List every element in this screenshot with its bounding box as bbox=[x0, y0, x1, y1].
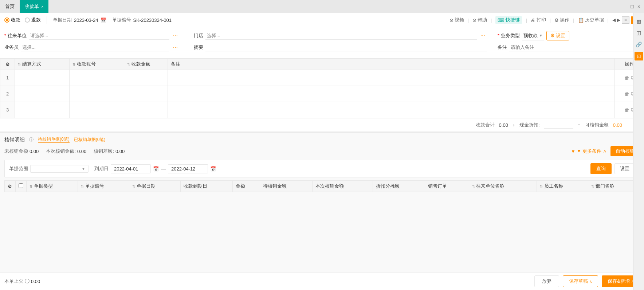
close-icon[interactable]: × bbox=[637, 4, 640, 9]
help-action[interactable]: ⊙ 帮助 bbox=[472, 17, 487, 23]
col-remark-label: 备注 bbox=[171, 61, 180, 67]
summary-input[interactable] bbox=[205, 43, 487, 51]
maximize-icon[interactable]: □ bbox=[631, 4, 633, 9]
wt-date-th: ⇅ 单据日期 bbox=[129, 181, 180, 192]
col-account-th: ⇅ 收款账号 bbox=[70, 59, 124, 70]
wt-sales-order-label: 销售订单 bbox=[428, 183, 447, 189]
sidebar-icon-3[interactable]: 🔗 bbox=[635, 40, 643, 49]
shop-more-icon[interactable]: ··· bbox=[479, 32, 487, 39]
wt-current-label: 本次核销金额 bbox=[315, 183, 344, 189]
writeoff-info-icon[interactable]: ⓘ bbox=[29, 137, 34, 143]
col-remark-th: 备注 bbox=[168, 59, 615, 70]
wt-gear-th[interactable]: ⚙ bbox=[5, 181, 16, 192]
more-filter-btn[interactable]: ▼ ▼ 更多条件 ∧ bbox=[571, 148, 607, 154]
radio-receipt[interactable]: 收款 bbox=[4, 17, 20, 23]
filter-icon: ▼ bbox=[571, 149, 576, 154]
writeoff-done-tab[interactable]: 已核销单据(0笔) bbox=[74, 137, 106, 143]
date-from-input[interactable] bbox=[111, 164, 151, 173]
receipt-table-section: ⚙ ⇅ 结算方式 ⇅ 收款账号 ⇅ 收款金额 备注 bbox=[0, 58, 644, 132]
discount-input[interactable] bbox=[544, 121, 573, 129]
current-stat: 本次核销金额: 0.00 bbox=[46, 148, 86, 154]
history-action[interactable]: 📋 历史单据 bbox=[578, 17, 604, 23]
shop-input[interactable] bbox=[205, 32, 477, 40]
business-type-label: 业务类型 bbox=[498, 32, 520, 39]
local-info-icon[interactable]: ⓘ bbox=[25, 278, 30, 285]
settings-button[interactable]: ⚙ 设置 bbox=[546, 31, 569, 40]
save-draft-btn[interactable]: 保存草稿 ∧ bbox=[563, 275, 598, 287]
account-cell-2[interactable] bbox=[70, 86, 124, 102]
wt-discount-th: 折扣分摊额 bbox=[373, 181, 425, 192]
current-label: 本次核销金额: bbox=[46, 148, 76, 154]
amount-cell-2[interactable] bbox=[124, 86, 168, 102]
business-type-select[interactable]: 预收款 ▼ bbox=[522, 31, 544, 40]
help-label: 帮助 bbox=[478, 17, 487, 23]
form-row-1: 往来单位 ··· 门店 ··· 业务类型 预收款 ▼ ⚙ 设置 bbox=[4, 31, 640, 40]
video-action[interactable]: ⊙ 视频 bbox=[449, 17, 464, 23]
remark-cell-3[interactable] bbox=[168, 102, 615, 118]
diff-stat: 核销差额: 0.00 bbox=[94, 148, 125, 154]
col-amount-th: ⇅ 收款金额 bbox=[124, 59, 168, 70]
bottom-bar: 本单上欠 ⓘ 0.00 放弃 保存草稿 ∧ 保存&新增 ∧ bbox=[0, 272, 644, 290]
nav-left[interactable]: ◀ bbox=[612, 16, 616, 24]
writeoff-pending-tab[interactable]: 待核销单据(0笔) bbox=[38, 136, 70, 143]
tab-home[interactable]: 首页 bbox=[0, 0, 20, 13]
tab-close-icon[interactable]: × bbox=[41, 4, 43, 9]
sidebar-icon-1[interactable]: ▦ bbox=[635, 17, 643, 26]
remark-input[interactable] bbox=[509, 43, 640, 51]
sidebar-icon-4[interactable]: ⊡ bbox=[635, 52, 643, 60]
remark-label: 备注 bbox=[498, 44, 507, 51]
save-new-label: 保存&新增 bbox=[608, 278, 630, 285]
local-label: 本单上欠 bbox=[4, 278, 23, 285]
main-container: 收款 退款 单据日期 2023-03-24 📅 单据编号 SK-20230324… bbox=[0, 13, 644, 290]
settlement-cell-2[interactable] bbox=[15, 86, 70, 102]
discard-btn[interactable]: 放弃 bbox=[534, 275, 559, 287]
print-action[interactable]: 🖨 打印 bbox=[531, 17, 546, 23]
shortcut-action[interactable]: ⌨ 快捷键 bbox=[495, 16, 522, 24]
tab-receipt[interactable]: 收款单 × bbox=[20, 0, 48, 13]
settlement-cell-3[interactable] bbox=[15, 102, 70, 118]
current-value: 0.00 bbox=[77, 149, 86, 154]
doc-date-calendar-icon[interactable]: 📅 bbox=[101, 17, 106, 23]
delete-row-1[interactable]: 🗑 bbox=[624, 75, 629, 81]
date-to-calendar-icon[interactable]: 📅 bbox=[210, 166, 216, 172]
wt-checkbox-th[interactable] bbox=[16, 181, 27, 192]
nav-right[interactable]: ▶ bbox=[617, 16, 620, 24]
select-all-checkbox[interactable] bbox=[19, 183, 23, 188]
salesperson-input[interactable] bbox=[21, 43, 169, 51]
wt-number-th: ⇅ 单据编号 bbox=[78, 181, 129, 192]
doc-date-value: 2023-03-24 bbox=[74, 17, 98, 23]
receipt-type-group: 收款 退款 bbox=[4, 17, 41, 23]
wt-pending-label: 待核销金额 bbox=[263, 183, 287, 189]
account-cell-1[interactable] bbox=[70, 70, 124, 86]
due-date-label: 到期日 bbox=[94, 165, 109, 172]
partner-input[interactable] bbox=[29, 32, 169, 40]
list-view-btn[interactable]: ≡ bbox=[622, 16, 629, 24]
writeoff-settings-btn[interactable]: 设置 bbox=[614, 163, 635, 174]
account-cell-3[interactable] bbox=[70, 102, 124, 118]
remark-cell-2[interactable] bbox=[168, 86, 615, 102]
amount-cell-3[interactable] bbox=[124, 102, 168, 118]
shortcut-icon: ⌨ bbox=[498, 17, 504, 23]
date-to-input[interactable] bbox=[168, 164, 208, 173]
remark-cell-1[interactable] bbox=[168, 70, 615, 86]
date-from-calendar-icon[interactable]: 📅 bbox=[153, 166, 159, 172]
amount-cell-1[interactable] bbox=[124, 70, 168, 86]
operation-action[interactable]: ⚙ 操作 bbox=[554, 17, 569, 23]
query-range-select[interactable]: ▼ bbox=[30, 165, 89, 173]
unchecked-stat: 未核销金额 0.00 bbox=[4, 148, 39, 154]
minimize-icon[interactable]: — bbox=[622, 4, 627, 9]
available-value: 0.00 bbox=[613, 122, 622, 128]
delete-row-2[interactable]: 🗑 bbox=[624, 91, 629, 97]
gear-th[interactable]: ⚙ bbox=[0, 59, 15, 70]
query-btn[interactable]: 查询 bbox=[590, 163, 612, 174]
partner-more-icon[interactable]: ··· bbox=[172, 32, 179, 39]
delete-row-3[interactable]: 🗑 bbox=[624, 107, 629, 113]
video-label: 视频 bbox=[455, 17, 464, 23]
salesperson-more-icon[interactable]: ··· bbox=[172, 44, 179, 51]
unchecked-label: 未核销金额 bbox=[4, 148, 28, 154]
radio-refund[interactable]: 退款 bbox=[25, 17, 41, 23]
equals-sign: = bbox=[578, 122, 581, 128]
settlement-cell-1[interactable] bbox=[15, 70, 70, 86]
unchecked-value: 0.00 bbox=[30, 149, 39, 154]
sidebar-icon-2[interactable]: ◫ bbox=[635, 28, 643, 37]
